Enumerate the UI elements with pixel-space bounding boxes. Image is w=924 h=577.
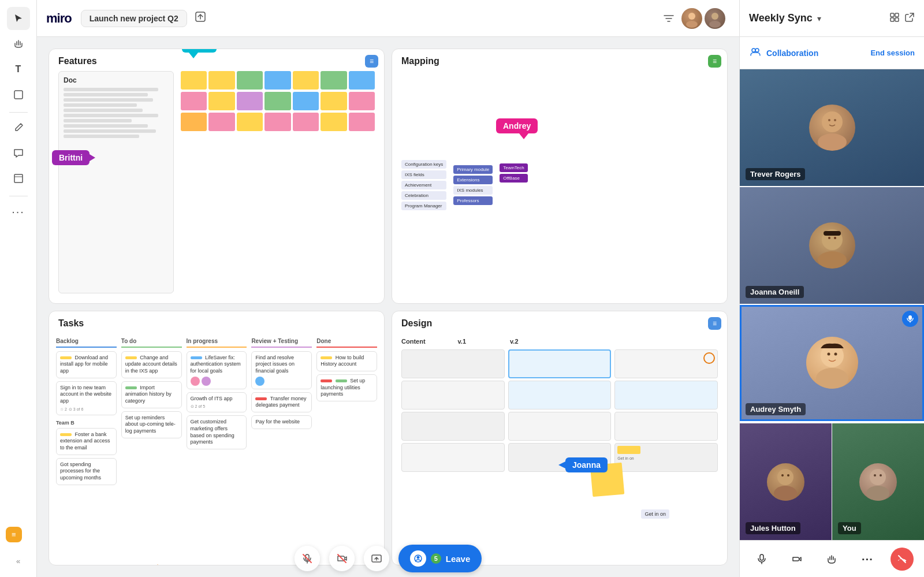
filter-icon[interactable] — [658, 8, 679, 29]
kanban-card: Sign in to new team account in the websi… — [56, 381, 117, 415]
kanban-board: Backlog Download and install app for mob… — [49, 333, 384, 561]
design-menu-btn[interactable]: ≡ — [708, 317, 721, 330]
design-area: Content v.1 v.2 — [392, 333, 727, 561]
svg-rect-18 — [895, 18, 899, 21]
col-header-backlog: Backlog — [56, 338, 117, 348]
panel-camera-button[interactable] — [785, 548, 808, 571]
collapse-toolbar-btn[interactable]: « — [16, 557, 20, 565]
canvas-area[interactable]: Features ≡ Doc — [37, 37, 739, 577]
panel-hand-button[interactable] — [820, 548, 843, 571]
external-link-icon[interactable] — [904, 12, 915, 25]
design-v1-label: v.1 — [458, 338, 466, 345]
kanban-card: Set up reminders about up-coming tele-lo… — [121, 411, 182, 438]
video-name-jules: Jules Hutton — [746, 522, 800, 534]
svg-point-32 — [827, 353, 830, 356]
pen-tool[interactable] — [7, 116, 30, 139]
kanban-card: Transfer money delegates payment — [251, 392, 312, 412]
avatar-user-1[interactable] — [681, 8, 702, 29]
video-cell-audrey: Audrey Smyth — [740, 305, 924, 423]
camera-off-button[interactable] — [329, 546, 355, 571]
panel-dropdown-icon[interactable]: ▾ — [817, 14, 821, 23]
kanban-card: Pay for the website — [251, 415, 312, 429]
card-tag — [125, 356, 137, 359]
svg-point-24 — [834, 119, 836, 121]
collab-bar: Collaboration End session — [740, 37, 924, 69]
top-header: miro Launch new project Q2 — [37, 0, 739, 37]
toolbar-divider-2 — [9, 196, 28, 196]
leave-button[interactable]: 5 Leave — [398, 545, 482, 572]
mapping-section: Mapping ≡ Configuration keys IXS fields … — [392, 49, 728, 304]
card-tag — [255, 397, 267, 400]
kanban-card: Set up launching utilities payments — [316, 374, 377, 401]
features-menu-btn[interactable]: ≡ — [365, 55, 378, 68]
panel-end-call-button[interactable] — [891, 548, 914, 571]
panel-mic-button[interactable] — [750, 548, 773, 571]
end-session-button[interactable]: End session — [870, 49, 915, 57]
svg-point-26 — [818, 251, 847, 269]
card-tag — [191, 356, 202, 359]
right-panel: Weekly Sync ▾ — [739, 0, 924, 577]
svg-point-21 — [822, 111, 843, 132]
board-grid: Features ≡ Doc — [49, 49, 728, 565]
doc-label: Doc — [64, 76, 169, 84]
project-title-button[interactable]: Launch new project Q2 — [81, 10, 187, 27]
video-cell-trever: Trever Rogers — [740, 69, 924, 187]
kanban-col-todo: To do Change and update account details … — [121, 338, 182, 557]
jules-tag: Jules — [182, 49, 217, 53]
kanban-card: Foster a bank extension and access to th… — [56, 428, 117, 455]
comment-tool[interactable] — [7, 142, 30, 165]
panel-actions — [889, 12, 915, 25]
design-v2-label: v.2 — [510, 338, 518, 345]
kanban-card: Change and update account details in the… — [121, 351, 182, 378]
panel-bottom-controls: ⋯ — [740, 540, 924, 577]
text-tool[interactable]: T — [7, 58, 30, 81]
kanban-col-done: Done How to build History account Set up… — [316, 338, 377, 557]
design-title: Design — [392, 311, 727, 333]
svg-point-23 — [828, 119, 830, 121]
mapping-menu-btn[interactable]: ≡ — [708, 55, 721, 68]
mic-off-button[interactable] — [295, 546, 320, 571]
svg-point-5 — [686, 21, 698, 28]
svg-point-43 — [880, 474, 882, 477]
avatar-user-2[interactable] — [705, 8, 725, 29]
col-header-review: Review + Testing — [251, 338, 312, 348]
mapping-area: Configuration keys IXS fields Achievemen… — [392, 71, 727, 299]
svg-point-4 — [688, 13, 695, 20]
screen-share-button[interactable] — [364, 546, 389, 571]
more-tools[interactable]: ··· — [7, 200, 30, 223]
kanban-card: Got spending processes for the upcoming … — [56, 458, 117, 485]
share-icon[interactable] — [194, 10, 207, 26]
kanban-card: LifeSaver fix: authentication system for… — [187, 351, 247, 389]
col-header-inprogress: In progress — [187, 338, 247, 348]
card-tag — [321, 356, 332, 359]
hand-tool[interactable] — [7, 32, 30, 55]
kanban-col-review: Review + Testing Find and resolve projec… — [251, 338, 312, 557]
col-header-done: Done — [316, 338, 377, 348]
video-name-audrey: Audrey Smyth — [746, 403, 806, 415]
board-container: Features ≡ Doc — [37, 37, 739, 577]
svg-point-36 — [777, 469, 793, 485]
note-tool[interactable] — [7, 83, 30, 106]
participant-count-badge: 5 — [431, 553, 441, 564]
video-bottom-row: Jules Hutton You — [740, 422, 924, 540]
left-chat-bubble[interactable]: ≡ — [6, 527, 22, 542]
svg-point-37 — [774, 486, 797, 501]
features-title: Features — [49, 49, 384, 71]
grid-view-icon[interactable] — [889, 12, 900, 25]
frame-tool[interactable] — [7, 167, 30, 190]
brittni-tag: Brittni — [52, 150, 90, 165]
design-section: Design ≡ Content v.1 v.2 — [392, 311, 728, 566]
header-avatars — [658, 8, 725, 29]
miro-logo: miro — [46, 11, 72, 26]
svg-point-20 — [755, 49, 759, 52]
svg-point-28 — [834, 237, 836, 239]
kanban-card: Import animation history by category — [121, 381, 182, 408]
svg-point-19 — [752, 49, 755, 52]
cursor-tool[interactable] — [7, 7, 30, 30]
panel-more-button[interactable]: ⋯ — [855, 548, 878, 571]
main-content: miro Launch new project Q2 — [37, 0, 739, 577]
video-name-joanna: Joanna Oneill — [746, 286, 804, 298]
svg-point-27 — [828, 237, 830, 239]
kanban-card: Find and resolve project issues on finan… — [251, 351, 312, 389]
svg-point-22 — [818, 133, 847, 151]
